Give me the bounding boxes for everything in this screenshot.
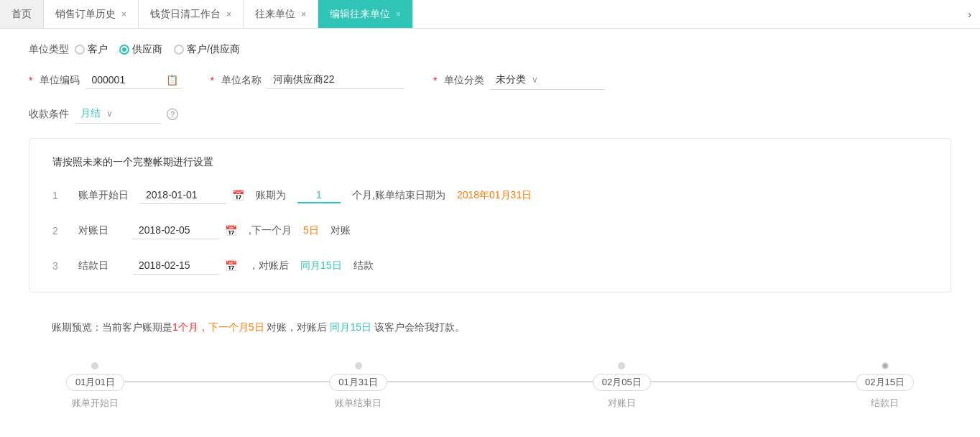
unit-code-required: * bbox=[29, 75, 32, 86]
unit-name-required: * bbox=[210, 75, 213, 86]
row-1-date-input[interactable] bbox=[140, 186, 226, 204]
timeline-dot-4 bbox=[882, 362, 889, 369]
preview-text: 账期预览：当前客户账期是1个月，下一个月5日 对账，对账后 同月15日 该客户会… bbox=[52, 318, 928, 336]
tab-partner-close[interactable]: × bbox=[301, 9, 306, 19]
tab-edit-partner[interactable]: 编辑往来单位 × bbox=[318, 0, 413, 28]
row-3-highlight: 同月15日 bbox=[300, 259, 342, 272]
config-row-1: 1 账单开始日 📅 账期为 个月,账单结束日期为 2018年01月31日 bbox=[52, 186, 928, 204]
timeline-tag-2: 01月31日 bbox=[329, 374, 387, 391]
row-3-suffix: 结款 bbox=[353, 259, 374, 272]
row-3-num: 3 bbox=[52, 260, 67, 272]
preview-part3: 同月15日 bbox=[330, 321, 371, 333]
row-1-period-input[interactable] bbox=[297, 188, 341, 203]
config-section: 请按照未来的一个完整帐期进行设置 1 账单开始日 📅 账期为 个月,账单结束日期… bbox=[29, 138, 951, 293]
unit-code-icon[interactable]: 📋 bbox=[166, 74, 178, 86]
preview-suffix: 该客户会给我打款。 bbox=[371, 321, 465, 333]
timeline-label-1: 账单开始日 bbox=[66, 397, 124, 410]
row-1-prefix: 账期为 bbox=[256, 189, 286, 202]
radio-supplier[interactable]: 供应商 bbox=[119, 43, 162, 56]
unit-category-required: * bbox=[433, 75, 437, 86]
timeline-section: 01月01日 01月31日 02月05日 02月15日 bbox=[29, 351, 951, 427]
tab-edit-partner-label: 编辑往来单位 bbox=[330, 8, 390, 21]
preview-part2: 下一个月5日 bbox=[208, 321, 264, 333]
row-2-suffix: 对账 bbox=[330, 224, 351, 237]
row-1-label: 账单开始日 bbox=[78, 189, 129, 202]
radio-both-circle bbox=[174, 45, 184, 55]
radio-supplier-label: 供应商 bbox=[132, 43, 162, 56]
timeline-label-3: 对账日 bbox=[593, 397, 650, 410]
preview-label: 账期预览：当前客户账期是 bbox=[52, 321, 172, 333]
radio-both[interactable]: 客户/供应商 bbox=[174, 43, 240, 56]
payment-terms-select[interactable]: 月结 ∨ bbox=[75, 104, 161, 124]
preview-middle: 对账，对账后 bbox=[264, 321, 330, 333]
timeline-label-4: 结款日 bbox=[856, 397, 914, 410]
preview-section: 账期预览：当前客户账期是1个月，下一个月5日 对账，对账后 同月15日 该客户会… bbox=[29, 307, 951, 336]
timeline-nodes: 01月01日 01月31日 02月05日 02月15日 bbox=[66, 362, 914, 391]
timeline-dot-3 bbox=[618, 362, 625, 369]
config-row-2: 2 对账日 📅 ,下一个月5日 对账 bbox=[52, 221, 928, 239]
tab-partner[interactable]: 往来单位 × bbox=[244, 0, 318, 28]
radio-both-label: 客户/供应商 bbox=[187, 43, 240, 56]
row-3-label: 结款日 bbox=[78, 259, 121, 272]
unit-category-group: * 单位分类 未分类 ∨ bbox=[433, 70, 605, 90]
tab-sales-order-close[interactable]: × bbox=[121, 9, 126, 19]
unit-code-input[interactable] bbox=[91, 74, 163, 86]
chevron-right-icon: › bbox=[968, 9, 971, 20]
row-1-num: 1 bbox=[52, 190, 67, 201]
payment-terms-row: 收款条件 月结 ∨ ? bbox=[29, 104, 951, 124]
timeline-tag-1: 01月01日 bbox=[66, 374, 124, 391]
row-2-prefix: ,下一个月 bbox=[249, 224, 292, 237]
radio-customer-circle bbox=[75, 45, 85, 55]
tab-sales-order-label: 销售订单历史 bbox=[55, 8, 116, 21]
tab-more-button[interactable]: › bbox=[959, 0, 980, 28]
unit-category-value: 未分类 bbox=[496, 73, 526, 86]
section-title: 请按照未来的一个完整帐期进行设置 bbox=[52, 156, 928, 169]
unit-category-select[interactable]: 未分类 ∨ bbox=[490, 70, 605, 90]
timeline-node-4: 02月15日 bbox=[856, 362, 914, 391]
timeline-tag-4: 02月15日 bbox=[856, 374, 914, 391]
row-3-prefix: ，对账后 bbox=[249, 259, 289, 272]
timeline-wrapper: 01月01日 01月31日 02月05日 02月15日 bbox=[52, 362, 928, 410]
row-3-calendar-icon[interactable]: 📅 bbox=[225, 260, 237, 272]
unit-name-group: * 单位名称 bbox=[210, 71, 404, 89]
row-2-highlight: 5日 bbox=[303, 224, 319, 237]
main-content: 单位类型 客户 供应商 客户/供应商 * 单位编码 bbox=[0, 29, 980, 437]
row-1-calendar-icon[interactable]: 📅 bbox=[232, 190, 244, 201]
tab-home-label: 首页 bbox=[11, 8, 32, 21]
unit-code-input-wrap: 📋 bbox=[85, 71, 181, 89]
row-1-suffix: 个月,账单结束日期为 bbox=[352, 189, 445, 202]
payment-terms-value: 月结 bbox=[80, 107, 101, 120]
tab-cash-work[interactable]: 钱货日清工作台 × bbox=[139, 0, 244, 28]
row-2-label: 对账日 bbox=[78, 224, 121, 237]
radio-supplier-circle bbox=[119, 45, 129, 55]
unit-type-label: 单位类型 bbox=[29, 43, 69, 56]
unit-name-input[interactable] bbox=[267, 71, 405, 89]
unit-code-group: * 单位编码 📋 bbox=[29, 71, 181, 89]
row-1-end-date: 2018年01月31日 bbox=[457, 189, 532, 202]
timeline-dot-1 bbox=[91, 362, 98, 369]
row-3-date-wrap: 📅 bbox=[133, 257, 237, 275]
row-3-date-input[interactable] bbox=[133, 257, 219, 275]
tab-edit-partner-close[interactable]: × bbox=[396, 9, 401, 19]
help-icon[interactable]: ? bbox=[167, 109, 178, 120]
row-2-date-wrap: 📅 bbox=[133, 221, 237, 239]
unit-category-arrow: ∨ bbox=[532, 75, 538, 85]
tab-partner-label: 往来单位 bbox=[255, 8, 295, 21]
timeline-label-2: 账单结束日 bbox=[330, 397, 387, 410]
row-2-date-input[interactable] bbox=[133, 221, 219, 239]
unit-name-label: 单位名称 bbox=[221, 74, 262, 87]
tab-sales-order[interactable]: 销售订单历史 × bbox=[44, 0, 139, 28]
unit-type-radio-group: 客户 供应商 客户/供应商 bbox=[75, 43, 240, 56]
timeline-node-3: 02月05日 bbox=[593, 362, 651, 391]
tab-home[interactable]: 首页 bbox=[0, 0, 44, 28]
tab-cash-work-label: 钱货日清工作台 bbox=[150, 8, 221, 21]
radio-customer[interactable]: 客户 bbox=[75, 43, 108, 56]
tab-cash-work-close[interactable]: × bbox=[226, 9, 231, 19]
payment-terms-arrow: ∨ bbox=[106, 109, 113, 119]
timeline-node-1: 01月01日 bbox=[66, 362, 124, 391]
tab-bar: 首页 销售订单历史 × 钱货日清工作台 × 往来单位 × 编辑往来单位 × › bbox=[0, 0, 980, 29]
unit-category-label: 单位分类 bbox=[444, 74, 484, 87]
row-2-calendar-icon[interactable]: 📅 bbox=[225, 225, 237, 236]
timeline-tag-3: 02月05日 bbox=[593, 374, 651, 391]
timeline-node-2: 01月31日 bbox=[329, 362, 387, 391]
